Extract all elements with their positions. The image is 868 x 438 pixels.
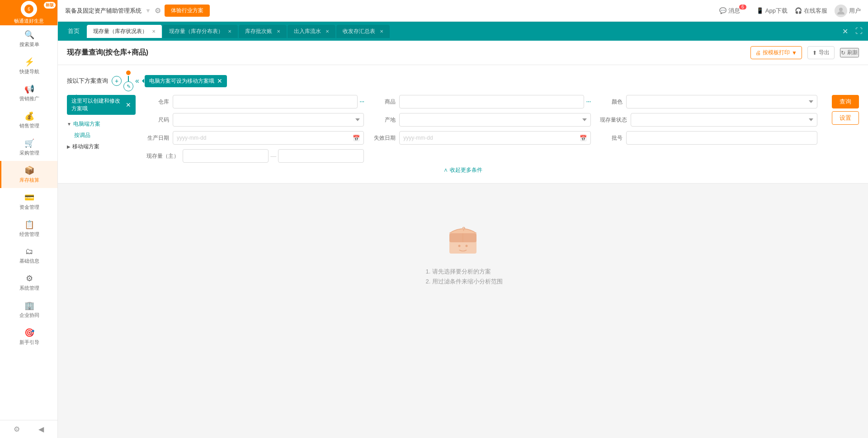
scheme-arrow-icon: ▶	[67, 144, 71, 149]
scheme-children: 按调品	[67, 130, 136, 141]
edit-scheme-btn[interactable]: ✎	[123, 81, 133, 91]
batch-input[interactable]	[626, 131, 817, 145]
add-scheme-btn[interactable]: +	[112, 76, 122, 86]
warehouse-input-wrap: ···	[173, 95, 364, 108]
empty-state: ? 请先选择要分析的方案 用过滤条件来缩小分析范围	[58, 184, 868, 324]
export-btn[interactable]: ⬆ 导出	[807, 46, 835, 59]
tab-close-icon[interactable]: ✕	[277, 29, 280, 34]
product-input-wrap: ···	[399, 95, 590, 108]
production-calendar-icon[interactable]: 📅	[353, 135, 360, 141]
basic-icon: 🗂	[25, 247, 33, 256]
sidebar-item-system[interactable]: ⚙ 系统管理	[0, 269, 57, 296]
batch-label: 批号	[600, 134, 623, 142]
export-icon: ⬆	[812, 50, 817, 56]
tab-close-icon[interactable]: ✕	[152, 29, 156, 34]
scheme-desktop[interactable]: ▼ 电脑端方案	[67, 118, 136, 130]
product-input[interactable]	[399, 95, 584, 108]
collapse-sidebar-button[interactable]: ◀	[38, 425, 44, 433]
tab-collect[interactable]: 收发存汇总表 ✕	[336, 25, 390, 38]
settings-gear-icon[interactable]: ⚙	[155, 6, 161, 15]
scheme-desktop-label: 电脑端方案	[73, 120, 100, 128]
tab-inventory-status[interactable]: 现存量（库存状况表） ✕	[87, 25, 162, 38]
sidebar-item-finance[interactable]: 💳 资金管理	[0, 188, 57, 215]
message-label: 消息	[728, 7, 740, 15]
sidebar-item-inventory[interactable]: 📦 库存核算	[0, 161, 57, 188]
tab-close-icon[interactable]: ✕	[326, 29, 329, 34]
sidebar-item-label: 资金管理	[19, 204, 39, 211]
tab-inventory-dist[interactable]: 现存量（库存分布表） ✕	[163, 25, 238, 38]
maximize-tab-btn[interactable]: ⛶	[854, 25, 864, 37]
expiry-date-input[interactable]: yyyy-mm-dd 📅	[399, 131, 590, 145]
sidebar-item-basic[interactable]: 🗂 基础信息	[0, 242, 57, 269]
print-btn[interactable]: 🖨 按模板打印 ▼	[750, 46, 802, 59]
sidebar-item-sales[interactable]: 💰 销售管理	[0, 107, 57, 134]
product-dots-btn[interactable]: ···	[586, 98, 590, 106]
size-select[interactable]	[173, 113, 364, 127]
origin-label: 产地	[373, 116, 396, 124]
message-btn[interactable]: 💬 消息 6	[719, 7, 749, 15]
sidebar-item-quick[interactable]: ⚡ 快捷导航	[0, 52, 57, 80]
sidebar-item-operations[interactable]: 📋 经营管理	[0, 215, 57, 242]
scheme-mobile[interactable]: ▶ 移动端方案	[67, 141, 136, 152]
refresh-btn[interactable]: ↻ 刷新	[840, 48, 859, 57]
query-btn[interactable]: 查询	[832, 95, 859, 108]
empty-illustration: ?	[440, 220, 486, 260]
settings-button[interactable]: ⚙	[14, 425, 20, 433]
sidebar-item-search[interactable]: 🔍 搜索菜单	[0, 25, 57, 52]
stock-qty-max-input[interactable]	[278, 149, 364, 163]
scheme-tree: 这里可以创建和修改方案哦 ✕ ▼ 电脑端方案 按调品 ▶	[67, 95, 139, 152]
app-download-btn[interactable]: 📱 App下载	[756, 7, 788, 15]
tooltip2-box: 这里可以创建和修改方案哦 ✕	[67, 95, 136, 115]
header-right: 💬 消息 6 📱 App下载 🎧 在线客服 用户	[719, 5, 861, 17]
tab-home[interactable]: 首页	[61, 24, 86, 38]
tab-label: 收发存汇总表	[343, 28, 375, 35]
sidebar-item-purchase[interactable]: 🛒 采购管理	[0, 134, 57, 161]
sidebar-item-guide[interactable]: 🎯 新手引导	[0, 323, 57, 350]
stock-status-field: 现存量状态	[600, 113, 817, 127]
stock-qty-field: 现存量（主） —	[146, 149, 364, 163]
marketing-icon: 📢	[24, 84, 34, 94]
tab-close-icon[interactable]: ✕	[228, 29, 231, 34]
industry-btn[interactable]: 体验行业方案	[165, 5, 210, 17]
user-label: 用户	[849, 7, 861, 15]
sidebar-item-label: 采购管理	[19, 150, 39, 156]
close-tab-btn[interactable]: ✕	[840, 25, 850, 38]
tab-inout[interactable]: 出入库流水 ✕	[288, 25, 335, 38]
sidebar-item-label: 企业协同	[19, 312, 39, 319]
collapse-row[interactable]: ∧ 收起更多条件	[67, 163, 859, 178]
chevron-up-icon: ∧	[443, 167, 448, 173]
stock-status-select[interactable]	[631, 113, 817, 127]
tooltip-close-btn2[interactable]: ✕	[126, 101, 131, 108]
warehouse-dots-btn[interactable]: ···	[359, 98, 364, 106]
search-icon: 🔍	[24, 30, 34, 40]
color-label: 颜色	[600, 98, 623, 106]
production-date-input[interactable]: yyyy-mm-dd 📅	[173, 131, 364, 145]
quick-icon: ⚡	[24, 57, 34, 67]
sidebar-item-marketing[interactable]: 📢 营销推广	[0, 80, 57, 107]
stock-qty-min-input[interactable]	[183, 149, 269, 163]
support-btn[interactable]: 🎧 在线客服	[795, 7, 827, 15]
reset-btn[interactable]: 设置	[832, 111, 859, 125]
enterprise-icon: 🏢	[24, 301, 34, 311]
expiry-calendar-icon[interactable]: 📅	[580, 135, 587, 141]
page-header: 现存量查询(按仓库+商品) 🖨 按模板打印 ▼ ⬆ 导出 ↻ 刷新	[58, 41, 868, 65]
sidebar-item-enterprise[interactable]: 🏢 企业协同	[0, 296, 57, 323]
origin-select[interactable]	[399, 113, 590, 127]
stock-status-label: 现存量状态	[600, 116, 627, 124]
sidebar-item-label: 营销推广	[19, 95, 39, 102]
filter-area: 按以下方案查询 + ✎ « 电脑方案可设为移动方案哦 ✕	[58, 65, 868, 184]
tab-close-icon[interactable]: ✕	[380, 29, 383, 34]
warehouse-input[interactable]	[173, 95, 358, 108]
color-select[interactable]	[626, 95, 817, 108]
scheme-arrow-btn[interactable]: «	[135, 77, 139, 85]
system-icon: ⚙	[26, 273, 33, 283]
tab-label: 现存量（库存分布表）	[169, 28, 223, 35]
scheme-child-item[interactable]: 按调品	[74, 130, 136, 141]
tooltip-close-btn1[interactable]: ✕	[217, 77, 222, 85]
stock-qty-range: —	[183, 149, 364, 163]
user-btn[interactable]: 用户	[835, 5, 861, 17]
tab-batch[interactable]: 库存批次账 ✕	[239, 25, 287, 38]
origin-field: 产地	[373, 113, 590, 127]
svg-point-7	[466, 245, 468, 247]
app-label: App下载	[765, 7, 788, 15]
